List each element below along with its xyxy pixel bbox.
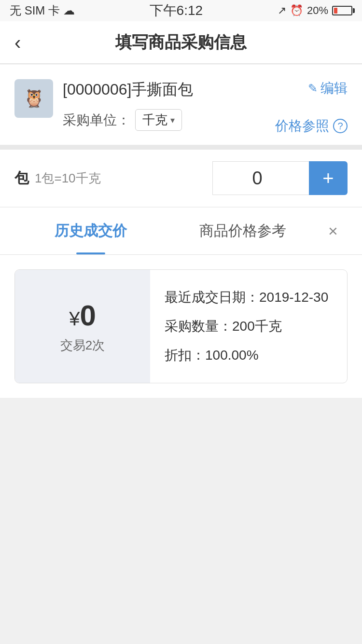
location-icon: ↗ bbox=[278, 4, 286, 17]
unit-value: 千克 bbox=[142, 112, 167, 128]
discount-row: 折扣：100.00% bbox=[165, 345, 333, 365]
product-row: 🦉 [0000006]手撕面包 采购单位： 千克 ▾ ✎ 编辑 价格参照 bbox=[14, 79, 348, 135]
edit-icon: ✎ bbox=[308, 82, 318, 95]
product-logo-icon: 🦉 bbox=[23, 88, 45, 109]
recent-date-label: 最近成交日期： bbox=[165, 290, 259, 305]
product-left: 🦉 [0000006]手撕面包 采购单位： 千克 ▾ bbox=[14, 79, 193, 131]
product-thumbnail: 🦉 bbox=[14, 79, 53, 118]
tabs-container: 历史成交价 商品价格参考 × ¥0 交易2次 最近成交日期：2019-12-30… bbox=[0, 208, 362, 398]
unit-row: 采购单位： 千克 ▾ bbox=[63, 109, 193, 131]
quantity-control: + bbox=[212, 161, 348, 195]
main-background bbox=[0, 398, 362, 644]
page-title: 填写商品采购信息 bbox=[115, 31, 247, 54]
product-actions: ✎ 编辑 价格参照 ? bbox=[275, 79, 348, 135]
battery-fill bbox=[334, 8, 337, 14]
unit-label: 采购单位： bbox=[63, 111, 130, 129]
quantity-input[interactable] bbox=[212, 161, 309, 195]
discount-label: 折扣： bbox=[165, 348, 205, 363]
currency-symbol: ¥ bbox=[69, 308, 80, 329]
recent-date-row: 最近成交日期：2019-12-30 bbox=[165, 287, 333, 308]
product-info: [0000006]手撕面包 采购单位： 千克 ▾ bbox=[63, 79, 193, 131]
help-icon[interactable]: ? bbox=[333, 119, 348, 133]
unit-char: 包 bbox=[14, 168, 29, 188]
edit-label: 编辑 bbox=[320, 79, 348, 98]
unit-dropdown[interactable]: 千克 ▾ bbox=[135, 109, 182, 131]
card-price-left: ¥0 交易2次 bbox=[15, 270, 150, 383]
chevron-down-icon: ▾ bbox=[170, 115, 175, 126]
unit-label-left: 包 1包=10千克 bbox=[14, 168, 101, 188]
back-button[interactable]: ‹ bbox=[14, 33, 21, 52]
purchase-qty-label: 采购数量： bbox=[165, 319, 232, 334]
status-bar: 无 SIM 卡 ☁ 下午6:12 ↗ ⏰ 20% bbox=[0, 0, 362, 21]
price-ref-link[interactable]: 价格参照 bbox=[275, 117, 329, 135]
quantity-plus-button[interactable]: + bbox=[309, 161, 348, 195]
price-display: ¥0 bbox=[69, 299, 96, 332]
nav-bar: ‹ 填写商品采购信息 bbox=[0, 21, 362, 64]
battery-pct: 20% bbox=[307, 4, 328, 17]
product-name: [0000006]手撕面包 bbox=[63, 79, 193, 100]
discount-value: 100.00% bbox=[205, 348, 259, 363]
price-value: 0 bbox=[80, 299, 96, 332]
unit-conversion: 1包=10千克 bbox=[35, 170, 101, 187]
price-ref-row: 价格参照 ? bbox=[275, 117, 348, 135]
card-details-right: 最近成交日期：2019-12-30 采购数量：200千克 折扣：100.00% bbox=[150, 270, 347, 383]
tabs-header: 历史成交价 商品价格参考 × bbox=[0, 208, 362, 255]
status-right: ↗ ⏰ 20% bbox=[278, 4, 352, 17]
trade-count: 交易2次 bbox=[60, 337, 105, 354]
history-card: ¥0 交易2次 最近成交日期：2019-12-30 采购数量：200千克 折扣：… bbox=[14, 269, 348, 383]
quantity-section: 包 1包=10千克 + bbox=[0, 150, 362, 207]
purchase-qty-row: 采购数量：200千克 bbox=[165, 316, 333, 336]
status-time: 下午6:12 bbox=[150, 1, 203, 20]
tab-close-button[interactable]: × bbox=[319, 217, 348, 246]
section-divider bbox=[0, 145, 362, 150]
tab-active-indicator bbox=[76, 252, 105, 254]
recent-date-value: 2019-12-30 bbox=[259, 290, 328, 305]
battery-icon bbox=[332, 6, 352, 15]
tab-history-price[interactable]: 历史成交价 bbox=[14, 208, 167, 254]
sim-label: 无 SIM 卡 ☁ bbox=[10, 3, 75, 18]
history-content: ¥0 交易2次 最近成交日期：2019-12-30 采购数量：200千克 折扣：… bbox=[0, 255, 362, 398]
alarm-icon: ⏰ bbox=[290, 4, 303, 17]
status-left: 无 SIM 卡 ☁ bbox=[10, 3, 75, 18]
edit-link[interactable]: ✎ 编辑 bbox=[308, 79, 348, 98]
product-section: 🦉 [0000006]手撕面包 采购单位： 千克 ▾ ✎ 编辑 价格参照 bbox=[0, 65, 362, 145]
purchase-qty-value: 200千克 bbox=[232, 319, 282, 334]
tab-price-reference[interactable]: 商品价格参考 bbox=[167, 208, 319, 254]
